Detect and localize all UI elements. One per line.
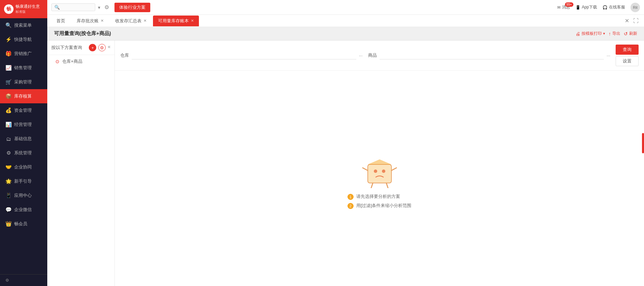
brand-sub: 标准版 <box>16 9 40 14</box>
print-btn[interactable]: 🖨 按模板打印 ▾ <box>575 31 605 36</box>
warehouse-more[interactable]: ··· <box>359 53 363 58</box>
product-input[interactable] <box>380 51 604 59</box>
app-download-btn[interactable]: 📱 App下载 <box>575 4 597 10</box>
topbar-search-box[interactable]: 🔍 <box>51 3 95 11</box>
app-download-label: App下载 <box>582 4 597 10</box>
sidebar-label-system: 系统管理 <box>14 150 32 156</box>
close-all-tabs-icon[interactable]: ✕ <box>623 17 630 25</box>
filter-panel: 按以下方案查询 + ⚙ « ⊙ 仓库+商品 <box>47 41 115 286</box>
sidebar-label-sales: 销售管理 <box>14 65 32 71</box>
sidebar-label-finance: 资金管理 <box>14 107 32 113</box>
tab-batch-close[interactable]: ✕ <box>101 19 104 23</box>
tab-summary[interactable]: 收发存汇总表 ✕ <box>110 16 152 26</box>
query-btn[interactable]: 查询 <box>616 45 639 55</box>
sidebar-label-wechat: 企业微信 <box>14 207 32 213</box>
user-name-text: Rit <box>633 5 637 9</box>
service-icon: 🎧 <box>602 5 608 10</box>
tabs-actions: ✕ ⛶ <box>623 17 640 25</box>
expand-tabs-icon[interactable]: ⛶ <box>632 17 640 25</box>
product-more[interactable]: ··· <box>607 53 610 58</box>
notification-badge: 99+ <box>565 2 573 7</box>
brand-name: 畅康通好生意 <box>16 4 40 9</box>
sidebar-label-purchase: 采购管理 <box>14 79 32 85</box>
warehouse-input[interactable] <box>132 51 356 59</box>
empty-state: 1 请先选择要分析的方案 2 用[过滤]条件来缩小分析范围 <box>115 71 644 286</box>
sidebar-label-newbie: 新手引导 <box>14 178 32 184</box>
scroll-handle[interactable] <box>642 133 644 153</box>
svg-line-6 <box>386 183 388 188</box>
page-actions: 🖨 按模板打印 ▾ ↑ 导出 ↺ 刷新 <box>575 31 637 36</box>
filter-collapse-btn[interactable]: « <box>108 44 110 51</box>
industry-btn[interactable]: 体验行业方案 <box>114 3 150 12</box>
sidebar-label-member: 畅会员 <box>14 221 27 227</box>
sidebar-scroll: 🔍 搜索菜单 ⚡ 快捷导航 🎁 营销推广 📈 销售管理 🛒 采购管理 📦 库存核… <box>0 18 47 274</box>
filter-item-label: 仓库+商品 <box>62 58 82 64</box>
content: 按以下方案查询 + ⚙ « ⊙ 仓库+商品 仓库 ··· <box>47 41 644 286</box>
tip-text-2: 用[过滤]条件来缩小分析范围 <box>356 203 411 209</box>
sidebar-item-sales[interactable]: 📈 销售管理 <box>0 61 47 75</box>
basic-icon: 🗂 <box>5 136 11 142</box>
settings-btn[interactable]: 设置 <box>616 56 639 66</box>
print-dropdown-icon[interactable]: ▾ <box>603 31 605 36</box>
tip-text-1: 请先选择要分析的方案 <box>356 193 400 200</box>
sidebar-label-apps: 应用中心 <box>14 192 32 199</box>
tab-available[interactable]: 可用量库存账本 ✕ <box>153 16 199 26</box>
sidebar-header: 畅 畅康通好生意 标准版 <box>0 0 47 18</box>
filter-title: 按以下方案查询 <box>51 45 82 51</box>
refresh-btn[interactable]: ↺ 刷新 <box>624 31 637 36</box>
tab-summary-close[interactable]: ✕ <box>144 19 147 23</box>
sidebar-item-member[interactable]: 👑 畅会员 <box>0 217 47 231</box>
topbar-search-icon: 🔍 <box>54 5 60 10</box>
tab-home-label: 首页 <box>56 18 65 24</box>
gear-icon[interactable]: ⚙ <box>103 3 110 12</box>
filter-settings-btn[interactable]: ⚙ <box>98 44 106 51</box>
operations-icon: 📊 <box>5 122 11 128</box>
warehouse-label: 仓库 <box>120 52 129 58</box>
member-icon: 👑 <box>5 221 11 227</box>
sidebar-item-system[interactable]: ⚙ 系统管理 <box>0 146 47 160</box>
sidebar-item-enterprise[interactable]: 🤝 企业协同 <box>0 160 47 174</box>
product-label: 商品 <box>368 52 377 58</box>
sidebar-item-operations[interactable]: 📊 经营管理 <box>0 118 47 132</box>
sidebar-label-basic: 基础信息 <box>14 136 32 142</box>
sidebar-item-wechat[interactable]: 💬 企业微信 <box>0 203 47 217</box>
svg-line-7 <box>363 168 368 171</box>
sidebar-item-marketing[interactable]: 🎁 营销推广 <box>0 47 47 61</box>
topbar-search-input[interactable] <box>61 5 88 10</box>
tab-batch-label: 库存批次账 <box>77 18 99 24</box>
settings-footer-icon: ⚙ <box>5 278 9 283</box>
topbar-dropdown-icon[interactable]: ▾ <box>98 5 100 10</box>
sidebar: 畅 畅康通好生意 标准版 🔍 搜索菜单 ⚡ 快捷导航 🎁 营销推广 📈 销售管理… <box>0 0 47 286</box>
sidebar-item-basic[interactable]: 🗂 基础信息 <box>0 132 47 146</box>
sidebar-item-shortcut[interactable]: ⚡ 快捷导航 <box>0 32 47 47</box>
search-icon: 🔍 <box>5 22 11 28</box>
sidebar-item-apps[interactable]: 📱 应用中心 <box>0 188 47 203</box>
user-avatar[interactable]: Rit <box>630 3 640 12</box>
sales-icon: 📈 <box>5 65 11 71</box>
tab-available-close[interactable]: ✕ <box>191 19 194 23</box>
print-label: 按模板打印 <box>582 31 602 36</box>
tab-home[interactable]: 首页 <box>51 16 70 26</box>
sidebar-item-purchase[interactable]: 🛒 采购管理 <box>0 75 47 89</box>
notification-btn[interactable]: ✉ 消息 99+ <box>557 4 570 10</box>
newbie-icon: 🌟 <box>5 178 11 184</box>
export-btn[interactable]: ↑ 导出 <box>609 31 620 36</box>
tab-available-label: 可用量库存账本 <box>158 18 189 24</box>
sidebar-item-finance[interactable]: 💰 资金管理 <box>0 103 47 118</box>
sidebar-item-inventory[interactable]: 📦 库存核算 <box>0 89 47 103</box>
filter-add-btn[interactable]: + <box>89 44 96 51</box>
filter-item-warehouse-product[interactable]: ⊙ 仓库+商品 <box>47 55 114 68</box>
empty-illustration <box>359 148 400 188</box>
export-icon: ↑ <box>609 31 611 36</box>
sidebar-item-newbie[interactable]: 🌟 新手引导 <box>0 174 47 188</box>
export-label: 导出 <box>612 31 620 36</box>
topbar: 🔍 ▾ ⚙ 体验行业方案 ✉ 消息 99+ 📱 App下载 🎧 在线客服 Rit <box>47 0 644 15</box>
notification-icon: ✉ <box>557 5 561 10</box>
tab-batch[interactable]: 库存批次账 ✕ <box>72 16 109 26</box>
online-service-btn[interactable]: 🎧 在线客服 <box>602 4 625 10</box>
enterprise-icon: 🤝 <box>5 164 11 170</box>
tip-num-2: 2 <box>347 203 354 209</box>
sidebar-item-search[interactable]: 🔍 搜索菜单 <box>0 18 47 32</box>
topbar-right: ✉ 消息 99+ 📱 App下载 🎧 在线客服 Rit <box>557 3 640 12</box>
apps-icon: 📱 <box>5 192 11 199</box>
